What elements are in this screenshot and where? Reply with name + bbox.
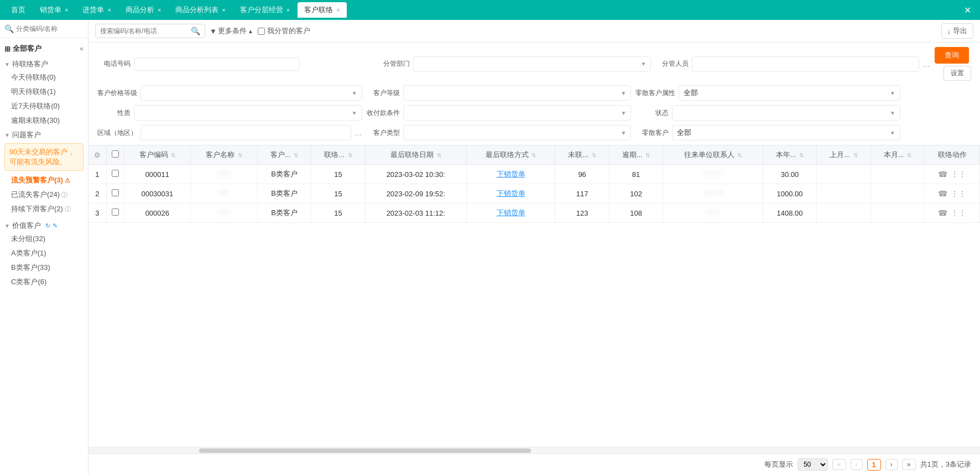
sort-icon[interactable]: ⇅ [294,152,298,158]
tab-customer-layer[interactable]: 客户分层经营 × [233,2,296,18]
collapse-all-icon[interactable]: « [80,45,84,53]
sidebar-item-class-a[interactable]: A类客户(1) [0,246,88,260]
edit-icon[interactable]: ✎ [53,222,58,229]
close-icon[interactable]: × [107,7,111,13]
search-box: 🔍 [95,24,205,38]
row-actions: ☎ ⋮⋮ [925,165,980,184]
sort-icon[interactable]: ⇅ [171,152,175,158]
tab-sales[interactable]: 销货单 × [33,2,75,18]
search-icon[interactable]: 🔍 [191,27,200,35]
scrollbar-thumb[interactable] [199,448,531,453]
search-input[interactable] [100,27,189,35]
row-last-method[interactable]: 下销货单 [466,203,555,223]
payment-select[interactable]: ▼ [403,105,632,121]
nature-select[interactable]: ▼ [134,105,362,121]
customer-grade-select[interactable]: ▼ [403,85,632,101]
row-last-date: 2023-02-09 19:52: [365,184,466,203]
sort-icon[interactable]: ⇅ [645,152,650,158]
sort-icon[interactable]: ⇅ [799,152,804,158]
more-icon[interactable]: … [355,128,362,137]
export-button[interactable]: ↓ 导出 [941,23,974,39]
sidebar-search-input[interactable] [16,25,88,33]
tab-goods-analysis-list[interactable]: 商品分析列表 × [169,2,232,18]
refresh-icon[interactable]: ↻ [45,222,50,229]
status-label: 状态 [635,108,669,118]
sidebar-item-churn-warning[interactable]: 流失预警客户(3) ⚠ [0,173,88,187]
row-checkbox[interactable] [106,165,124,184]
sort-icon[interactable]: ⇅ [592,152,596,158]
close-icon[interactable]: × [222,7,225,13]
sort-icon[interactable]: ⇅ [348,152,352,158]
more-actions-icon[interactable]: ⋮⋮ [951,170,966,179]
tab-purchase[interactable]: 进货单 × [76,2,117,18]
prev-page-button[interactable]: ‹ [851,459,863,470]
checkbox-col-header[interactable] [106,145,124,165]
phone-input[interactable] [134,58,300,71]
select-all-checkbox[interactable] [112,150,119,158]
zero-retail-attr-select[interactable]: 全部▼ [679,85,900,101]
page-size-label: 每页显示 [764,460,793,469]
overdue-col-header: 逾期... ⇅ [609,145,663,165]
horizontal-scrollbar[interactable] [88,447,980,453]
sidebar-item-class-b[interactable]: B类客户(33) [0,260,88,275]
row-checkbox[interactable] [106,203,124,223]
sidebar-item-churned[interactable]: 已流失客户(24) ⓘ [0,187,88,202]
last-page-button[interactable]: » [902,459,916,470]
sort-icon[interactable]: ⇅ [238,152,242,158]
chevron-up-icon: ▲ [248,28,253,34]
page-size-select[interactable]: 50 100 200 [797,458,828,471]
price-grade-select[interactable]: ▼ [140,85,362,101]
my-customers-checkbox-label[interactable]: 我分管的客户 [258,26,310,36]
sidebar-item-class-c[interactable]: C类客户(6) [0,275,88,289]
sort-icon[interactable]: ⇅ [531,152,536,158]
first-page-button[interactable]: « [832,459,846,470]
next-page-button[interactable]: › [885,459,898,470]
sidebar-group-pending[interactable]: ▼ 待联络客户 [0,57,88,70]
zero-retail-select[interactable]: 全部▼ [672,125,900,140]
tab-goods-analysis[interactable]: 商品分析 × [119,2,168,18]
gear-icon[interactable]: ⚙ [94,151,101,159]
region-select[interactable] [140,125,351,140]
query-button[interactable]: 查询 [935,47,969,64]
close-icon[interactable]: × [158,7,161,13]
sort-icon[interactable]: ⇅ [853,152,858,158]
sort-icon[interactable]: ⇅ [737,152,742,158]
settings-col-header[interactable]: ⚙ [88,145,106,165]
sidebar-item-overdue-pending[interactable]: 逾期未联络(30) [0,113,88,128]
tab-customer-contact[interactable]: 客户联络 × [298,2,346,18]
sidebar-item-7days-pending[interactable]: 近7天待联络(0) [0,99,88,113]
sidebar-item-ungroup[interactable]: 未分组(32) [0,232,88,246]
info-icon: ⓘ [65,206,71,212]
sidebar-group-value[interactable]: ▼ 价值客户 ↻ ✎ [0,218,88,232]
status-select[interactable]: ▼ [672,105,900,121]
sidebar-item-tomorrow-pending[interactable]: 明天待联络(1) [0,85,88,99]
dept-select[interactable]: ▼ [413,56,651,72]
sort-icon[interactable]: ⇅ [437,152,441,158]
more-actions-icon[interactable]: ⋮⋮ [951,189,966,198]
more-conditions-button[interactable]: ▼ 更多条件 ▲ [210,26,253,36]
sidebar-item-declining[interactable]: 持续下滑客户(2) ⓘ [0,202,88,216]
close-icon[interactable]: × [65,7,68,13]
my-customers-checkbox[interactable] [258,28,265,35]
sidebar-group-problem[interactable]: ▼ 问题客户 [0,128,88,141]
close-icon[interactable]: × [286,7,290,13]
contact-icon[interactable]: ☎ [938,170,947,179]
row-last-method[interactable]: 下销货单 [466,184,555,203]
contact-icon[interactable]: ☎ [938,208,947,217]
row-checkbox[interactable] [106,184,124,203]
contact-icon[interactable]: ☎ [938,189,947,198]
sidebar-item-today-pending[interactable]: 今天待联络(0) [0,70,88,85]
row-last-method[interactable]: 下销货单 [466,165,555,184]
row-name: **** [191,184,258,203]
settings-button[interactable]: 设置 [943,66,971,81]
window-close-button[interactable]: ✕ [960,5,976,15]
manager-select[interactable] [692,56,919,72]
more-actions-icon[interactable]: ⋮⋮ [951,208,966,217]
sidebar-all-customers[interactable]: ⊞ 全部客户 « [0,40,88,57]
tab-home[interactable]: 首页 [4,2,32,18]
customer-type-select[interactable]: ▼ [403,125,632,140]
sort-icon[interactable]: ⇅ [907,152,911,158]
close-icon[interactable]: × [336,7,340,13]
more-icon[interactable]: … [922,60,930,69]
chevron-down-icon: ▼ [352,90,357,96]
